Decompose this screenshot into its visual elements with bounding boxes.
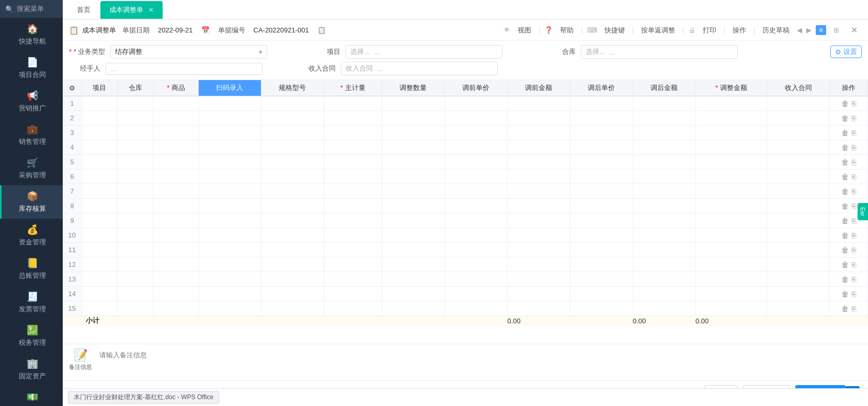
cell-adjust-amount[interactable]: [695, 111, 767, 126]
cell-after-amount[interactable]: [633, 140, 695, 155]
income-contract-field[interactable]: 收入合同 ...: [341, 62, 498, 75]
cell-adjust-amount[interactable]: [695, 199, 767, 213]
copy-row-icon[interactable]: ⎘: [852, 114, 856, 122]
cell-prev-amount[interactable]: [507, 170, 570, 184]
cell-income-contract[interactable]: [767, 96, 830, 111]
cell-prev-amount[interactable]: [507, 155, 570, 170]
sidebar-item-inventory-calc[interactable]: 📦库存核算: [0, 185, 63, 219]
cell-after-unit-price[interactable]: [570, 184, 633, 199]
cell-after-amount[interactable]: [633, 243, 695, 257]
cell-income-contract[interactable]: [767, 272, 830, 287]
cell-scan-input[interactable]: [198, 96, 261, 111]
cell-scan-input[interactable]: [198, 184, 261, 199]
sidebar-item-fixed-assets[interactable]: 🏢固定资产: [0, 353, 63, 386]
cell-prev-unit-price[interactable]: [444, 184, 507, 199]
col-scan-input[interactable]: 扫码录入: [198, 80, 261, 96]
copy-icon[interactable]: 📋: [317, 26, 326, 34]
cell-adjust-qty[interactable]: [382, 184, 445, 199]
delete-icon[interactable]: 🗑: [841, 99, 849, 108]
cell-after-amount[interactable]: [633, 272, 695, 287]
cell-spec-type[interactable]: [261, 170, 324, 184]
cell-after-unit-price[interactable]: [570, 140, 633, 155]
cell-prev-unit-price[interactable]: [444, 301, 507, 316]
cell-prev-unit-price[interactable]: [444, 257, 507, 272]
cell-adjust-qty[interactable]: [382, 111, 445, 126]
cell-scan-input[interactable]: [198, 170, 261, 184]
cell-spec-type[interactable]: [261, 257, 324, 272]
green-tab[interactable]: Ear: [858, 203, 868, 220]
cell-warehouse[interactable]: [118, 170, 154, 184]
cell-after-unit-price[interactable]: [570, 170, 633, 184]
cell-after-amount[interactable]: [633, 170, 695, 184]
delete-icon[interactable]: 🗑: [841, 173, 849, 181]
cell-warehouse[interactable]: [118, 228, 154, 243]
copy-row-icon[interactable]: ⎘: [852, 173, 856, 181]
cell-adjust-qty[interactable]: [382, 96, 445, 111]
cell-project[interactable]: [82, 140, 118, 155]
cell-warehouse[interactable]: [118, 140, 154, 155]
warehouse-field[interactable]: 选择... ...: [581, 45, 738, 59]
cell-after-amount[interactable]: [633, 199, 695, 213]
cell-product[interactable]: [154, 126, 199, 140]
cell-scan-input[interactable]: [198, 257, 261, 272]
cell-prev-amount[interactable]: [507, 140, 570, 155]
copy-row-icon[interactable]: ⎘: [852, 246, 856, 254]
cell-adjust-qty[interactable]: [382, 272, 445, 287]
delete-icon[interactable]: 🗑: [841, 143, 849, 152]
cell-warehouse[interactable]: [118, 213, 154, 228]
delete-icon[interactable]: 🗑: [841, 114, 849, 122]
settings-btn[interactable]: ⚙ 设置: [830, 46, 862, 58]
cell-prev-unit-price[interactable]: [444, 170, 507, 184]
cell-scan-input[interactable]: [198, 213, 261, 228]
handler-field[interactable]: ...: [106, 63, 262, 75]
sidebar-item-sales-promo[interactable]: 📢营销推广: [0, 85, 63, 118]
cell-after-unit-price[interactable]: [570, 155, 633, 170]
cell-project[interactable]: [82, 287, 118, 301]
cell-adjust-qty[interactable]: [382, 243, 445, 257]
cell-project[interactable]: [82, 243, 118, 257]
cell-project[interactable]: [82, 301, 118, 316]
cell-project[interactable]: [82, 111, 118, 126]
delete-icon[interactable]: 🗑: [841, 246, 849, 254]
sidebar-item-purchase-mgmt[interactable]: 🛒采购管理: [0, 152, 63, 185]
tab-home[interactable]: 首页: [68, 1, 99, 19]
cell-project[interactable]: [82, 272, 118, 287]
cell-adjust-amount[interactable]: [695, 228, 767, 243]
cell-spec-type[interactable]: [261, 111, 324, 126]
cell-scan-input[interactable]: [198, 301, 261, 316]
cell-product[interactable]: [154, 287, 199, 301]
cell-adjust-qty[interactable]: [382, 155, 445, 170]
notes-icon-block[interactable]: 📝 备注信息: [69, 348, 92, 371]
cell-adjust-amount[interactable]: [695, 96, 767, 111]
cell-adjust-amount[interactable]: [695, 140, 767, 155]
calendar-icon[interactable]: 📅: [201, 26, 210, 34]
cell-after-unit-price[interactable]: [570, 257, 633, 272]
cell-after-unit-price[interactable]: [570, 243, 633, 257]
tab-cost-adjust[interactable]: 成本调整单 ✕: [100, 1, 163, 19]
copy-row-icon[interactable]: ⎘: [852, 275, 856, 284]
cell-adjust-amount[interactable]: [695, 213, 767, 228]
cell-income-contract[interactable]: [767, 199, 830, 213]
cell-unit[interactable]: [324, 96, 382, 111]
delete-icon[interactable]: 🗑: [841, 275, 849, 284]
cell-warehouse[interactable]: [118, 301, 154, 316]
sidebar-item-invoice-mgmt[interactable]: 🧾发票管理: [0, 286, 63, 319]
cell-income-contract[interactable]: [767, 184, 830, 199]
cell-after-amount[interactable]: [633, 96, 695, 111]
cell-income-contract[interactable]: [767, 301, 830, 316]
cell-after-unit-price[interactable]: [570, 213, 633, 228]
cell-product[interactable]: [154, 111, 199, 126]
cell-income-contract[interactable]: [767, 257, 830, 272]
history-btn[interactable]: 历史草稿: [759, 25, 793, 36]
cell-adjust-qty[interactable]: [382, 199, 445, 213]
cell-prev-amount[interactable]: [507, 184, 570, 199]
cell-adjust-qty[interactable]: [382, 257, 445, 272]
cell-product[interactable]: [154, 301, 199, 316]
cell-spec-type[interactable]: [261, 243, 324, 257]
delete-icon[interactable]: 🗑: [841, 158, 849, 166]
cell-after-unit-price[interactable]: [570, 199, 633, 213]
cell-scan-input[interactable]: [198, 155, 261, 170]
tab-close-icon[interactable]: ✕: [149, 6, 154, 14]
taskbar-item[interactable]: 木门行业好业财处理方案-慕红红.doc - WPS Office: [68, 391, 219, 404]
cell-after-amount[interactable]: [633, 213, 695, 228]
